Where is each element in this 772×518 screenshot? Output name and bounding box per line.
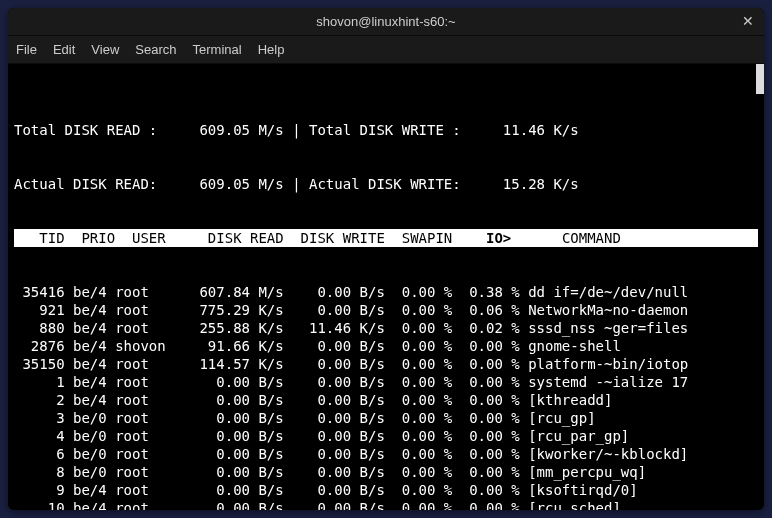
terminal-output[interactable]: Total DISK READ : 609.05 M/s | Total DIS…: [8, 64, 764, 506]
process-row: 880 be/4 root 255.88 K/s 11.46 K/s 0.00 …: [14, 319, 758, 337]
process-row: 3 be/0 root 0.00 B/s 0.00 B/s 0.00 % 0.0…: [14, 409, 758, 427]
process-row: 10 be/4 root 0.00 B/s 0.00 B/s 0.00 % 0.…: [14, 499, 758, 510]
menu-terminal[interactable]: Terminal: [193, 42, 242, 57]
titlebar[interactable]: shovon@linuxhint-s60:~ ✕: [8, 8, 764, 36]
menu-edit[interactable]: Edit: [53, 42, 75, 57]
menu-search[interactable]: Search: [135, 42, 176, 57]
process-row: 4 be/0 root 0.00 B/s 0.00 B/s 0.00 % 0.0…: [14, 427, 758, 445]
menu-view[interactable]: View: [91, 42, 119, 57]
scrollbar[interactable]: [756, 64, 764, 94]
process-row: 35416 be/4 root 607.84 M/s 0.00 B/s 0.00…: [14, 283, 758, 301]
summary-line-1: Total DISK READ : 609.05 M/s | Total DIS…: [14, 121, 758, 139]
summary-line-2: Actual DISK READ: 609.05 M/s | Actual DI…: [14, 175, 758, 193]
close-icon[interactable]: ✕: [742, 13, 754, 29]
process-row: 2 be/4 root 0.00 B/s 0.00 B/s 0.00 % 0.0…: [14, 391, 758, 409]
column-header: TID PRIO USER DISK READ DISK WRITE SWAPI…: [14, 229, 758, 247]
menu-file[interactable]: File: [16, 42, 37, 57]
menu-help[interactable]: Help: [258, 42, 285, 57]
window-title: shovon@linuxhint-s60:~: [316, 14, 455, 29]
menubar: File Edit View Search Terminal Help: [8, 36, 764, 64]
terminal-window: shovon@linuxhint-s60:~ ✕ File Edit View …: [8, 8, 764, 510]
process-row: 2876 be/4 shovon 91.66 K/s 0.00 B/s 0.00…: [14, 337, 758, 355]
process-row: 35150 be/4 root 114.57 K/s 0.00 B/s 0.00…: [14, 355, 758, 373]
process-row: 8 be/0 root 0.00 B/s 0.00 B/s 0.00 % 0.0…: [14, 463, 758, 481]
process-list: 35416 be/4 root 607.84 M/s 0.00 B/s 0.00…: [14, 283, 758, 510]
process-row: 1 be/4 root 0.00 B/s 0.00 B/s 0.00 % 0.0…: [14, 373, 758, 391]
process-row: 921 be/4 root 775.29 K/s 0.00 B/s 0.00 %…: [14, 301, 758, 319]
process-row: 6 be/0 root 0.00 B/s 0.00 B/s 0.00 % 0.0…: [14, 445, 758, 463]
process-row: 9 be/4 root 0.00 B/s 0.00 B/s 0.00 % 0.0…: [14, 481, 758, 499]
